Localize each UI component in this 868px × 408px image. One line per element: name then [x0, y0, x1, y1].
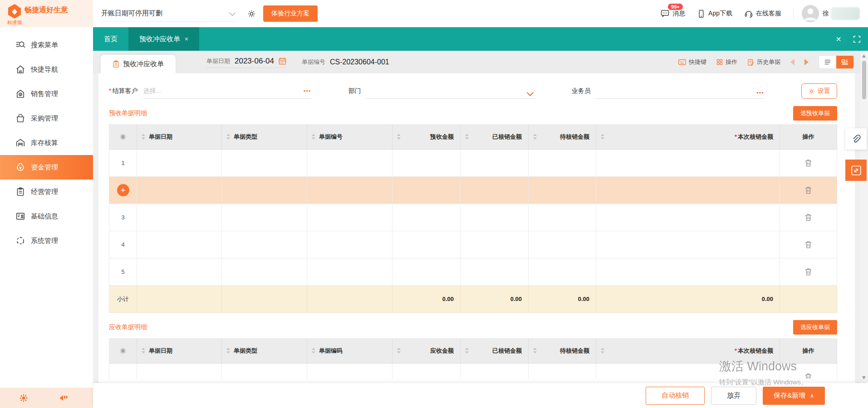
sort-icons[interactable]	[312, 134, 315, 140]
online-service-button[interactable]: 在线客服	[744, 9, 781, 18]
scroll-down-icon[interactable]	[862, 376, 866, 379]
delete-row-icon[interactable]	[805, 159, 812, 167]
cell-writtenoff-amount[interactable]	[461, 364, 529, 379]
add-row-button[interactable]: +	[117, 184, 129, 196]
cell-doc-type[interactable]	[222, 258, 307, 286]
customer-field-input[interactable]: 选择... ⋯	[143, 87, 311, 99]
col-current-writeoff-amount[interactable]: *本次核销金额	[596, 124, 780, 150]
col-pending-amount[interactable]: 待核销金额	[529, 338, 596, 364]
cell-doc-no[interactable]	[307, 150, 392, 177]
sort-icons[interactable]	[533, 134, 537, 140]
save-and-new-button[interactable]: 保存&新增 ∧	[763, 387, 825, 405]
col-doc-date[interactable]: 单据日期	[137, 338, 222, 364]
sidebar-item-search-menu[interactable]: 搜索菜单	[0, 33, 93, 57]
sidebar-item-base-info[interactable]: 基础信息	[0, 204, 93, 228]
operations-menu-button[interactable]: 操作	[716, 58, 737, 66]
prev-document-icon[interactable]	[790, 59, 794, 65]
document-date-value[interactable]: 2023-06-04	[235, 57, 274, 66]
sort-icons[interactable]	[601, 134, 604, 140]
department-field-input[interactable]	[367, 90, 535, 99]
col-receivable-amount[interactable]: 应收金额	[392, 338, 461, 364]
tab-home[interactable]: 首页	[93, 27, 128, 51]
cell-doc-date[interactable]	[137, 150, 222, 177]
cell-pending-amount[interactable]	[529, 177, 596, 204]
sort-icons[interactable]	[226, 134, 230, 140]
cell-current-amount[interactable]	[596, 204, 780, 231]
cell-receivable-amount[interactable]	[392, 364, 461, 379]
sidebar-item-system[interactable]: 系统管理	[0, 228, 93, 253]
col-prepaid-amount[interactable]: 预收金额	[392, 124, 461, 150]
sort-icons[interactable]	[465, 134, 469, 140]
cell-pending-amount[interactable]	[529, 150, 596, 177]
scroll-up-icon[interactable]	[862, 54, 866, 58]
tab-prepaid-writeoff[interactable]: 预收冲应收单 ×	[128, 27, 199, 51]
department-chevron-down-icon[interactable]	[526, 89, 534, 97]
attachment-paperclip-button[interactable]	[845, 128, 867, 150]
cell-pending-amount[interactable]	[529, 204, 596, 231]
cell-current-amount[interactable]	[596, 177, 780, 204]
cell-doc-type[interactable]	[222, 204, 307, 231]
col-current-writeoff-amount[interactable]: *本次核销金额	[596, 338, 780, 364]
col-pending-amount[interactable]: 待核销金额	[529, 124, 596, 150]
tabbar-close-icon[interactable]: ×	[836, 34, 841, 44]
cell-doc-code[interactable]	[307, 364, 392, 379]
col-writtenoff-amount[interactable]: 已核销金额	[461, 124, 529, 150]
cell-current-amount[interactable]	[596, 364, 780, 379]
column-settings-gear-icon[interactable]	[109, 124, 137, 150]
cell-writtenoff-amount[interactable]	[461, 150, 529, 177]
sidebar-item-sales[interactable]: 销售管理	[0, 82, 93, 106]
fullscreen-icon[interactable]	[853, 35, 861, 43]
card-view-toggle[interactable]	[836, 56, 853, 68]
sort-icons[interactable]	[465, 348, 469, 354]
trial-industry-plan-button[interactable]: 体验行业方案	[263, 5, 318, 22]
vertical-scrollbar[interactable]	[860, 51, 868, 383]
cell-doc-date[interactable]	[137, 231, 222, 258]
col-doc-date[interactable]: 单据日期	[137, 124, 222, 150]
shortcut-keys-button[interactable]: 快捷键	[678, 58, 706, 66]
col-doc-code[interactable]: 单据编码	[307, 338, 392, 364]
delete-row-icon[interactable]	[805, 373, 812, 379]
sort-icons[interactable]	[142, 134, 145, 140]
cell-prepaid-amount[interactable]	[392, 150, 461, 177]
pick-prepaid-docs-button[interactable]: 选预收单据	[793, 106, 837, 121]
calendar-icon[interactable]	[279, 57, 286, 65]
sort-icons[interactable]	[533, 348, 537, 354]
cell-current-amount[interactable]	[596, 258, 780, 286]
sidebar-settings-gear-icon[interactable]	[19, 393, 28, 403]
cell-doc-date[interactable]	[137, 258, 222, 286]
prepaid-row-5[interactable]: 5	[109, 258, 837, 286]
delete-row-icon[interactable]	[805, 241, 812, 248]
prepaid-row-2-active[interactable]: +	[109, 177, 837, 204]
cell-doc-no[interactable]	[307, 231, 392, 258]
sidebar-item-operations[interactable]: 经营管理	[0, 180, 93, 204]
cell-doc-type[interactable]	[222, 177, 307, 204]
col-doc-no[interactable]: 单据编号	[307, 124, 392, 150]
prepaid-row-4[interactable]: 4	[109, 231, 837, 258]
sort-icons[interactable]	[601, 348, 604, 354]
delete-row-icon[interactable]	[805, 214, 812, 221]
history-docs-button[interactable]: 历史单据	[747, 58, 780, 66]
sidebar-collapse-icon[interactable]	[58, 393, 68, 403]
sort-icons[interactable]	[142, 348, 145, 354]
app-download-button[interactable]: App下载	[697, 10, 732, 18]
cell-doc-no[interactable]	[307, 204, 392, 231]
cell-writtenoff-amount[interactable]	[461, 258, 529, 286]
cell-writtenoff-amount[interactable]	[461, 177, 529, 204]
prepaid-row-3[interactable]: 3	[109, 204, 837, 231]
cell-writtenoff-amount[interactable]	[461, 231, 529, 258]
cell-current-amount[interactable]	[596, 150, 780, 177]
receivable-row-1[interactable]	[109, 364, 837, 379]
cell-prepaid-amount[interactable]	[392, 258, 461, 286]
customer-picker-icon[interactable]: ⋯	[303, 89, 311, 93]
sidebar-item-purchase[interactable]: 采购管理	[0, 106, 93, 131]
field-settings-button[interactable]: 设置	[801, 83, 837, 99]
cell-doc-type[interactable]	[222, 364, 307, 379]
sidebar-item-inventory[interactable]: 库存核算	[0, 131, 93, 155]
sort-icons[interactable]	[397, 134, 401, 140]
col-writtenoff-amount[interactable]: 已核销金额	[461, 338, 529, 364]
list-view-toggle[interactable]	[819, 56, 836, 68]
discard-button[interactable]: 放弃	[711, 387, 756, 405]
sort-icons[interactable]	[226, 348, 230, 354]
sidebar-item-quick-nav[interactable]: 快捷导航	[0, 57, 93, 82]
cell-pending-amount[interactable]	[529, 231, 596, 258]
